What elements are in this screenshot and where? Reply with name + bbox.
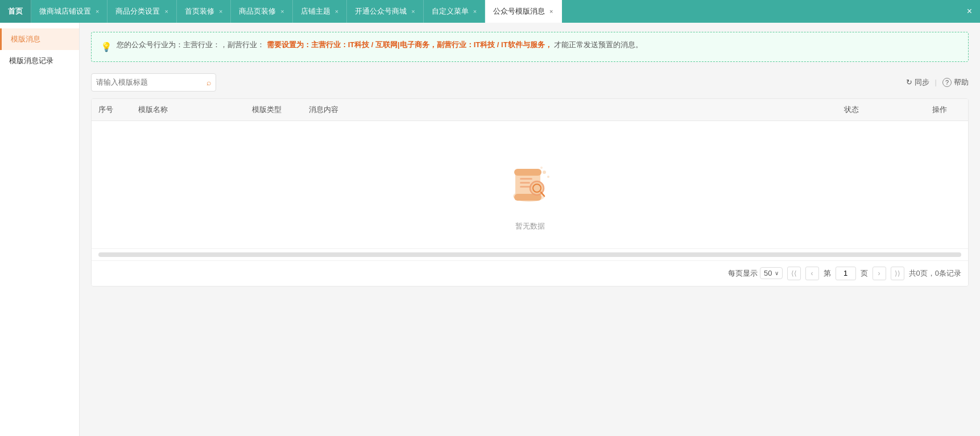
help-icon: ? xyxy=(942,78,952,87)
search-icon[interactable]: ⌕ xyxy=(206,78,211,87)
prev-page-icon: ‹ xyxy=(811,269,813,277)
tab-openstore[interactable]: 开通公众号商城 × xyxy=(347,0,423,23)
tab-category-label: 商品分类设置 xyxy=(115,6,160,16)
toolbar-right: ↻ 同步 | ? 帮助 xyxy=(906,77,969,88)
table-header: 序号 模版名称 模版类型 消息内容 状态 操作 xyxy=(92,99,968,121)
page-label-before: 第 xyxy=(824,268,831,279)
tab-theme[interactable]: 店铺主题 × xyxy=(293,0,347,23)
svg-point-10 xyxy=(543,171,546,174)
search-input[interactable] xyxy=(96,78,206,86)
toolbar-divider: | xyxy=(935,78,937,86)
sidebar-item-template-msg[interactable]: 模版消息 xyxy=(0,28,79,50)
tab-theme-close[interactable]: × xyxy=(335,8,338,15)
th-status: 状态 xyxy=(837,99,911,121)
tab-template-label: 公众号模版消息 xyxy=(493,6,545,16)
th-seq: 序号 xyxy=(92,99,131,121)
sidebar-item-template-record[interactable]: 模版消息记录 xyxy=(0,50,79,72)
pagination: 每页显示 50 ∨ ⟨ ⟨ ‹ 第 页 › xyxy=(92,260,968,286)
sidebar-item-template-record-label: 模版消息记录 xyxy=(9,56,53,65)
last-page-button[interactable]: ⟩ ⟩ xyxy=(891,267,904,280)
horizontal-scrollbar[interactable] xyxy=(98,252,961,257)
svg-rect-5 xyxy=(520,182,530,184)
page-input[interactable] xyxy=(836,267,856,280)
tab-weshop[interactable]: 微商城店铺设置 × xyxy=(31,0,107,23)
first-page-icon2: ⟨ xyxy=(794,269,797,277)
notice-text: 您的公众号行业为：主营行业：，副营行业： 需要设置为：主营行业：IT科技 / 互… xyxy=(117,39,643,51)
empty-state: 暂无数据 xyxy=(92,121,968,248)
tab-openstore-close[interactable]: × xyxy=(411,8,415,15)
page-size-label: 每页显示 xyxy=(728,268,758,279)
empty-text: 暂无数据 xyxy=(515,221,545,231)
tab-homepage-close[interactable]: × xyxy=(219,8,222,15)
page-size-value: 50 xyxy=(764,269,772,277)
sync-button[interactable]: ↻ 同步 xyxy=(906,77,929,88)
close-all-button[interactable]: × xyxy=(959,0,980,23)
tab-homepage[interactable]: 首页装修 × xyxy=(177,0,231,23)
notice-suffix: 才能正常发送预置的消息。 xyxy=(554,40,643,49)
tab-home[interactable]: 首页 xyxy=(0,0,31,23)
sidebar: 模版消息 模版消息记录 xyxy=(0,23,80,436)
tab-weshop-label: 微商城店铺设置 xyxy=(39,6,91,16)
tab-productpage[interactable]: 商品页装修 × xyxy=(231,0,292,23)
data-table: 序号 模版名称 模版类型 消息内容 状态 操作 xyxy=(91,98,969,286)
last-page-icon2: ⟩ xyxy=(898,269,900,277)
notice-prefix: 您的公众号行业为：主营行业：，副营行业： xyxy=(117,40,264,49)
help-button[interactable]: ? 帮助 xyxy=(942,77,969,88)
tab-custommenu-close[interactable]: × xyxy=(473,8,477,15)
th-name: 模版名称 xyxy=(131,99,245,121)
svg-point-11 xyxy=(547,176,549,178)
prev-page-button[interactable]: ‹ xyxy=(805,267,819,280)
tab-template-close[interactable]: × xyxy=(549,8,553,15)
chevron-down-icon: ∨ xyxy=(775,270,779,276)
th-action: 操作 xyxy=(911,99,968,121)
next-page-button[interactable]: › xyxy=(873,267,886,280)
first-page-button[interactable]: ⟨ ⟨ xyxy=(787,267,801,280)
page-label-after: 页 xyxy=(861,268,868,279)
search-bar: ⌕ ↻ 同步 | ? 帮助 xyxy=(91,73,969,92)
empty-illustration xyxy=(502,155,559,212)
tab-template[interactable]: 公众号模版消息 × xyxy=(485,0,561,23)
search-input-wrap[interactable]: ⌕ xyxy=(91,73,216,92)
page-size-dropdown[interactable]: 50 ∨ xyxy=(760,267,782,279)
tab-productpage-label: 商品页装修 xyxy=(239,6,276,16)
svg-point-12 xyxy=(540,167,543,169)
tab-custommenu-label: 自定义菜单 xyxy=(432,6,469,16)
sidebar-item-template-msg-label: 模版消息 xyxy=(11,35,40,43)
sync-label: 同步 xyxy=(915,77,929,88)
tab-homepage-label: 首页装修 xyxy=(185,6,214,16)
tab-custommenu[interactable]: 自定义菜单 × xyxy=(424,0,485,23)
tab-category[interactable]: 商品分类设置 × xyxy=(107,0,176,23)
notice-icon: 💡 xyxy=(101,40,112,55)
tab-home-label: 首页 xyxy=(8,6,23,16)
svg-rect-2 xyxy=(514,169,541,176)
next-page-icon: › xyxy=(878,269,880,277)
notice-highlight: 需要设置为：主营行业：IT科技 / 互联网|电子商务，副营行业：IT科技 / I… xyxy=(267,40,552,49)
tab-category-close[interactable]: × xyxy=(164,8,168,15)
svg-rect-4 xyxy=(520,178,532,180)
content-area: 💡 您的公众号行业为：主营行业：，副营行业： 需要设置为：主营行业：IT科技 /… xyxy=(80,23,980,436)
tab-weshop-close[interactable]: × xyxy=(96,8,99,15)
th-content: 消息内容 xyxy=(302,99,837,121)
tab-openstore-label: 开通公众号商城 xyxy=(355,6,407,16)
total-info: 共0页，0条记录 xyxy=(909,268,961,279)
notice-box: 💡 您的公众号行业为：主营行业：，副营行业： 需要设置为：主营行业：IT科技 /… xyxy=(91,32,969,62)
tab-productpage-close[interactable]: × xyxy=(280,8,284,15)
tab-bar: 首页 微商城店铺设置 × 商品分类设置 × 首页装修 × 商品页装修 × 店铺主… xyxy=(0,0,980,23)
sync-icon: ↻ xyxy=(906,78,912,86)
scrollbar-area[interactable] xyxy=(92,248,968,260)
main-layout: 模版消息 模版消息记录 💡 您的公众号行业为：主营行业：，副营行业： 需要设置为… xyxy=(0,23,980,436)
page-size-select: 每页显示 50 ∨ xyxy=(728,267,782,279)
tab-theme-label: 店铺主题 xyxy=(301,6,330,16)
th-type: 模版类型 xyxy=(245,99,302,121)
help-label: 帮助 xyxy=(954,77,969,88)
